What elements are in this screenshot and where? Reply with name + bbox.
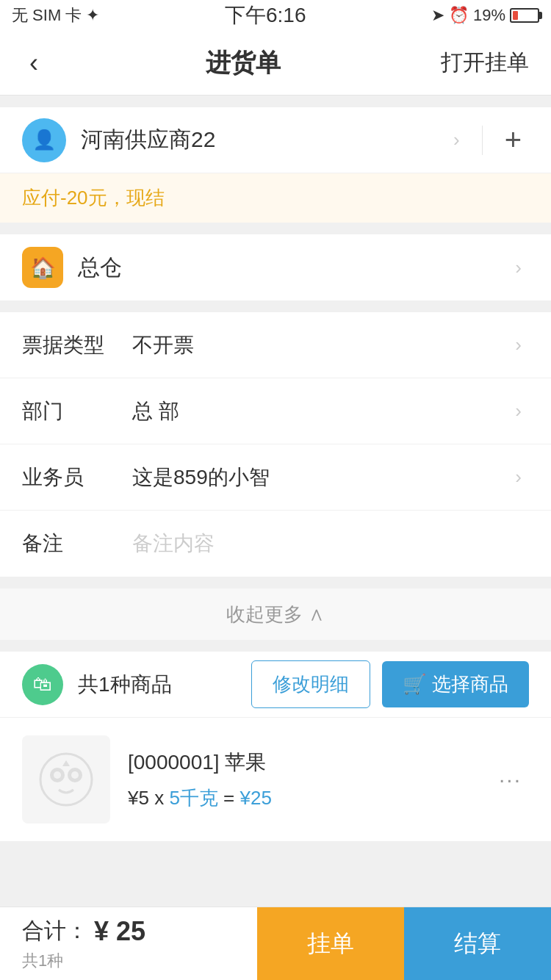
select-product-button[interactable]: 🛒 选择商品	[382, 661, 529, 707]
product-title: 苹果	[225, 751, 266, 774]
form-section: 票据类型 不开票 › 部门 总 部 › 业务员 这是859的小智 › 备注 备注…	[0, 312, 551, 577]
owl-icon	[37, 750, 96, 809]
chevron-right-icon: ›	[515, 334, 522, 356]
dept-row[interactable]: 部门 总 部 ›	[0, 378, 551, 444]
main-content: 👤 河南供应商22 › + 应付-20元，现结 🏠 总仓 › 票据类型 不开票 …	[0, 107, 551, 915]
collapse-button[interactable]: 收起更多 ∧	[0, 588, 551, 640]
total-label: 合计：	[22, 916, 88, 946]
checkout-button[interactable]: 结算	[404, 907, 551, 981]
chevron-right-icon: ›	[515, 256, 522, 279]
modify-detail-button[interactable]: 修改明细	[251, 660, 370, 708]
warehouse-section: 🏠 总仓 ›	[0, 234, 551, 300]
divider	[482, 126, 483, 155]
product-info: [0000001] 苹果 ¥5 x 5千克 = ¥25	[128, 749, 491, 811]
add-button[interactable]: +	[497, 116, 529, 164]
product-thumbnail	[22, 735, 110, 824]
total-sub: 共1种	[22, 950, 235, 972]
back-button[interactable]: ‹	[22, 40, 46, 86]
total-amount: ¥ 25	[94, 916, 145, 947]
product-icon: 🛍	[22, 664, 63, 705]
status-right: ➤ ⏰ 19%	[431, 6, 539, 25]
page-title: 进货单	[206, 46, 281, 80]
avatar: 👤	[22, 118, 66, 162]
invoice-row[interactable]: 票据类型 不开票 ›	[0, 312, 551, 378]
remark-input[interactable]: 备注内容	[118, 530, 529, 558]
quantity-value: 5千克	[169, 787, 217, 809]
supplier-name: 河南供应商22	[81, 125, 453, 155]
chevron-right-icon: ›	[515, 400, 522, 422]
invoice-label: 票据类型	[22, 331, 118, 359]
open-hang-button[interactable]: 打开挂单	[441, 48, 529, 78]
total-section: 合计： ¥ 25 共1种	[0, 916, 257, 972]
product-price: ¥5 x 5千克 = ¥25	[128, 785, 491, 811]
product-id: [0000001]	[128, 751, 220, 774]
status-time: 下午6:16	[225, 1, 306, 29]
bag-icon: 🛍	[33, 673, 52, 696]
product-count: 共1种商品	[78, 671, 251, 699]
sales-value: 这是859的小智	[118, 464, 515, 491]
product-header: 🛍 共1种商品 修改明细 🛒 选择商品	[0, 652, 551, 718]
sim-label: 无 SIM 卡 ✦	[12, 4, 99, 26]
total-value: ¥25	[240, 787, 272, 809]
warehouse-icon: 🏠	[22, 247, 63, 288]
alarm-icon: ⏰	[449, 6, 469, 25]
product-item: [0000001] 苹果 ¥5 x 5千克 = ¥25 ···	[0, 718, 551, 841]
product-name: [0000001] 苹果	[128, 749, 491, 777]
bottom-bar: 合计： ¥ 25 共1种 挂单 结算	[0, 907, 551, 980]
svg-point-4	[71, 771, 79, 779]
total-main: 合计： ¥ 25	[22, 916, 235, 947]
status-bar: 无 SIM 卡 ✦ 下午6:16 ➤ ⏰ 19%	[0, 0, 551, 31]
supplier-row[interactable]: 👤 河南供应商22 › +	[0, 107, 551, 173]
supplier-section: 👤 河南供应商22 › + 应付-20元，现结	[0, 107, 551, 223]
hang-button[interactable]: 挂单	[257, 907, 404, 981]
warehouse-row[interactable]: 🏠 总仓 ›	[0, 234, 551, 300]
avatar-icon: 👤	[32, 129, 56, 151]
sales-label: 业务员	[22, 464, 118, 491]
price-value: ¥5	[128, 787, 149, 809]
supplier-notice: 应付-20元，现结	[0, 173, 551, 223]
svg-point-3	[54, 771, 61, 779]
chevron-right-icon: ›	[453, 129, 460, 151]
invoice-value: 不开票	[118, 331, 515, 359]
sales-row[interactable]: 业务员 这是859的小智 ›	[0, 444, 551, 511]
warehouse-name: 总仓	[78, 253, 515, 283]
remark-row[interactable]: 备注 备注内容	[0, 511, 551, 577]
status-left: 无 SIM 卡 ✦	[12, 4, 99, 26]
more-options-button[interactable]: ···	[491, 760, 529, 799]
remark-label: 备注	[22, 530, 118, 558]
dept-value: 总 部	[118, 397, 515, 425]
battery-icon	[510, 8, 539, 23]
location-icon: ➤	[431, 6, 444, 25]
nav-bar: ‹ 进货单 打开挂单	[0, 31, 551, 96]
battery-label: 19%	[473, 6, 505, 25]
chevron-right-icon: ›	[515, 466, 522, 489]
dept-label: 部门	[22, 397, 118, 425]
product-section: 🛍 共1种商品 修改明细 🛒 选择商品	[0, 652, 551, 841]
cart-icon: 🛒	[403, 673, 426, 696]
